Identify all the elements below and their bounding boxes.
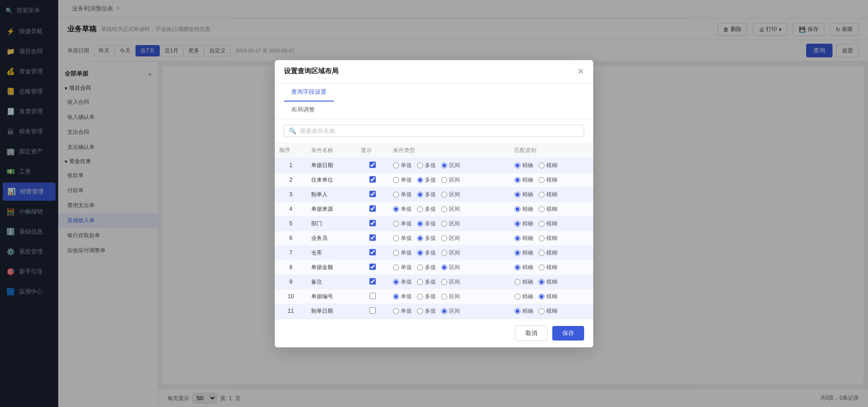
radio-type-区间[interactable]: 区间 [441, 191, 460, 198]
modal-tab-field-settings[interactable]: 查询字段设置 [284, 83, 334, 102]
radio-match-input-模糊[interactable] [539, 250, 545, 256]
radio-type-多值[interactable]: 多值 [417, 162, 436, 169]
radio-input-区间[interactable] [441, 163, 447, 168]
radio-input-多值[interactable] [417, 265, 423, 270]
radio-match-input-精确[interactable] [515, 235, 520, 241]
radio-type-多值[interactable]: 多值 [417, 307, 436, 315]
radio-input-单值[interactable] [393, 265, 399, 270]
radio-type-多值[interactable]: 多值 [417, 220, 436, 228]
radio-type-单值[interactable]: 单值 [393, 278, 412, 286]
radio-match-input-精确[interactable] [515, 250, 520, 256]
radio-input-多值[interactable] [417, 250, 423, 256]
radio-input-多值[interactable] [417, 177, 423, 183]
radio-input-区间[interactable] [441, 308, 447, 314]
radio-input-多值[interactable] [417, 163, 423, 168]
radio-match-精确[interactable]: 精确 [515, 293, 533, 300]
radio-match-input-精确[interactable] [515, 308, 520, 314]
radio-match-模糊[interactable]: 模糊 [539, 176, 557, 184]
radio-match-input-精确[interactable] [515, 221, 520, 227]
radio-type-单值[interactable]: 单值 [393, 205, 412, 213]
display-checkbox[interactable] [369, 176, 376, 183]
radio-input-区间[interactable] [441, 206, 447, 212]
radio-match-模糊[interactable]: 模糊 [539, 191, 557, 198]
modal-tab-layout-adjust[interactable]: 布局调整 [284, 101, 334, 119]
radio-type-区间[interactable]: 区间 [441, 293, 460, 300]
radio-input-多值[interactable] [417, 235, 423, 241]
radio-type-区间[interactable]: 区间 [441, 249, 460, 257]
radio-type-单值[interactable]: 单值 [393, 264, 412, 271]
radio-type-多值[interactable]: 多值 [417, 205, 436, 213]
radio-match-input-模糊[interactable] [539, 177, 545, 183]
radio-input-多值[interactable] [417, 192, 423, 198]
radio-match-input-模糊[interactable] [539, 206, 545, 212]
display-checkbox[interactable] [369, 220, 376, 226]
radio-match-input-模糊[interactable] [539, 265, 545, 270]
radio-type-区间[interactable]: 区间 [441, 176, 460, 184]
radio-match-input-模糊[interactable] [539, 294, 545, 300]
modal-search-input[interactable] [300, 127, 579, 134]
radio-match-模糊[interactable]: 模糊 [539, 307, 557, 315]
radio-match-input-精确[interactable] [515, 265, 520, 270]
modal-save-button[interactable]: 保存 [552, 326, 584, 341]
radio-input-单值[interactable] [393, 235, 399, 241]
radio-match-模糊[interactable]: 模糊 [539, 278, 557, 286]
radio-type-多值[interactable]: 多值 [417, 278, 436, 286]
radio-match-input-模糊[interactable] [539, 163, 545, 168]
radio-input-单值[interactable] [393, 221, 399, 227]
radio-match-模糊[interactable]: 模糊 [539, 249, 557, 257]
radio-input-区间[interactable] [441, 265, 447, 270]
radio-type-单值[interactable]: 单值 [393, 249, 412, 257]
radio-match-input-模糊[interactable] [539, 235, 545, 241]
display-checkbox[interactable] [369, 191, 376, 197]
radio-type-多值[interactable]: 多值 [417, 249, 436, 257]
radio-match-模糊[interactable]: 模糊 [539, 220, 557, 228]
radio-input-单值[interactable] [393, 177, 399, 183]
radio-input-多值[interactable] [417, 294, 423, 300]
radio-match-精确[interactable]: 精确 [515, 234, 533, 242]
radio-input-区间[interactable] [441, 177, 447, 183]
radio-type-多值[interactable]: 多值 [417, 176, 436, 184]
modal-close-button[interactable]: ✕ [577, 66, 584, 76]
radio-match-精确[interactable]: 精确 [515, 191, 533, 198]
radio-match-精确[interactable]: 精确 [515, 205, 533, 213]
display-checkbox[interactable] [369, 264, 376, 270]
radio-input-区间[interactable] [441, 294, 447, 300]
display-checkbox[interactable] [369, 307, 376, 314]
radio-input-区间[interactable] [441, 279, 447, 285]
radio-type-单值[interactable]: 单值 [393, 220, 412, 228]
radio-type-单值[interactable]: 单值 [393, 293, 412, 300]
radio-input-区间[interactable] [441, 250, 447, 256]
radio-match-input-模糊[interactable] [539, 221, 545, 227]
radio-input-单值[interactable] [393, 279, 399, 285]
radio-type-区间[interactable]: 区间 [441, 205, 460, 213]
radio-match-精确[interactable]: 精确 [515, 176, 533, 184]
radio-type-多值[interactable]: 多值 [417, 234, 436, 242]
radio-input-多值[interactable] [417, 221, 423, 227]
radio-type-多值[interactable]: 多值 [417, 191, 436, 198]
radio-match-精确[interactable]: 精确 [515, 278, 533, 286]
radio-type-单值[interactable]: 单值 [393, 234, 412, 242]
radio-input-单值[interactable] [393, 192, 399, 198]
radio-type-单值[interactable]: 单值 [393, 307, 412, 315]
radio-match-input-精确[interactable] [515, 192, 520, 198]
radio-match-模糊[interactable]: 模糊 [539, 162, 557, 169]
radio-type-区间[interactable]: 区间 [441, 220, 460, 228]
radio-match-input-模糊[interactable] [539, 308, 545, 314]
radio-match-input-精确[interactable] [515, 163, 520, 168]
radio-input-单值[interactable] [393, 308, 399, 314]
cancel-button[interactable]: 取消 [515, 326, 548, 341]
radio-input-单值[interactable] [393, 294, 399, 300]
radio-match-精确[interactable]: 精确 [515, 307, 533, 315]
display-checkbox[interactable] [369, 205, 376, 212]
radio-match-精确[interactable]: 精确 [515, 220, 533, 228]
radio-match-input-精确[interactable] [515, 294, 520, 300]
display-checkbox[interactable] [369, 293, 376, 299]
radio-match-精确[interactable]: 精确 [515, 162, 533, 169]
display-checkbox[interactable] [369, 278, 376, 285]
radio-match-模糊[interactable]: 模糊 [539, 264, 557, 271]
display-checkbox[interactable] [369, 234, 376, 241]
radio-type-单值[interactable]: 单值 [393, 191, 412, 198]
radio-match-input-精确[interactable] [515, 177, 520, 183]
radio-type-多值[interactable]: 多值 [417, 293, 436, 300]
radio-input-多值[interactable] [417, 206, 423, 212]
